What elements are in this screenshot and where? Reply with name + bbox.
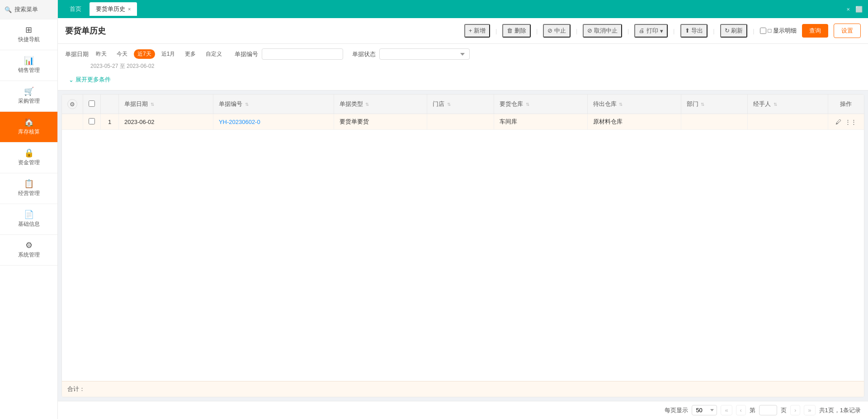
sidebar-item-finance[interactable]: 🔒 资金管理: [0, 143, 57, 173]
top-bar: 首页 要货单历史 × × ⬜: [58, 0, 868, 18]
tab-requisition-label: 要货单历史: [96, 5, 125, 13]
status-filter-item: 单据状态: [352, 48, 470, 60]
row-checkbox-cell: [83, 114, 101, 130]
dept-sort-icon[interactable]: ⇅: [701, 102, 704, 107]
table-scroll[interactable]: ⚙ 单据日期 ⇅: [62, 95, 864, 381]
expand-filter-btn[interactable]: ⌄ 展开更多条件: [65, 74, 861, 86]
table-footer: 合计：: [62, 381, 864, 397]
sidebar-item-purchase[interactable]: 🛒 采购管理: [0, 81, 57, 112]
date-btn-last7days[interactable]: 近7天: [134, 49, 155, 59]
stop-button[interactable]: ⊘ 中止: [543, 24, 571, 38]
main-content: 首页 要货单历史 × × ⬜ 要货单历史 + 新增 | 🗑 删除 |: [58, 0, 868, 419]
handler-sort-icon[interactable]: ⇅: [774, 102, 777, 107]
column-settings-button[interactable]: ⚙: [67, 99, 77, 109]
date-btn-last1month[interactable]: 近1月: [158, 49, 179, 59]
query-button[interactable]: 查询: [802, 24, 828, 38]
doc-no-label: 单据编号: [235, 50, 258, 58]
th-pending-warehouse-label: 待出仓库: [593, 100, 617, 107]
refresh-button[interactable]: ↻ 刷新: [720, 24, 748, 38]
store-sort-icon[interactable]: ⇅: [447, 102, 451, 107]
sidebar: 🔍 搜索菜单 ⊞ 快捷导航 📊 销售管理 🛒 采购管理 🏠 库存核算 🔒 资金管…: [0, 0, 58, 419]
inventory-icon: 🏠: [24, 118, 34, 126]
row-req-warehouse: 车间库: [494, 114, 587, 130]
tab-close-icon[interactable]: ×: [128, 6, 131, 12]
doc-no-sort-icon[interactable]: ⇅: [245, 102, 249, 107]
sidebar-item-label: 基础信息: [18, 220, 40, 228]
cancel-stop-button[interactable]: ⊘ 取消中止: [583, 24, 622, 38]
row-doc-type: 要货单要货: [334, 114, 427, 130]
page-content: 要货单历史 + 新增 | 🗑 删除 | ⊘ 中止 | ⊘ 取消中止 | 🖨 打印…: [58, 18, 868, 419]
th-action: 操作: [828, 95, 864, 114]
doc-type-sort-icon[interactable]: ⇅: [365, 102, 369, 107]
show-detail-toggle[interactable]: □ 显示明细: [760, 27, 797, 35]
export-button[interactable]: ⬆ 导出: [680, 24, 708, 38]
table-row: 1 2023-06-02 YH-20230602-0 要货单要货 车间库 原材料…: [62, 114, 864, 130]
sidebar-item-quick-nav[interactable]: ⊞ 快捷导航: [0, 19, 57, 50]
row-store: [427, 114, 494, 130]
filter-area: 单据日期 昨天 今天 近7天 近1月 更多 自定义 单据编号: [58, 44, 868, 90]
th-action-label: 操作: [840, 100, 852, 107]
sidebar-item-operation[interactable]: 📋 经营管理: [0, 173, 57, 204]
sidebar-item-label: 经营管理: [18, 190, 40, 197]
tab-home-label: 首页: [70, 5, 81, 13]
page-number-input[interactable]: 1: [759, 405, 777, 415]
th-pending-warehouse: 待出仓库 ⇅: [587, 95, 681, 114]
pending-warehouse-sort-icon[interactable]: ⇅: [619, 102, 623, 107]
page-size-select[interactable]: 20 50 100 200: [692, 405, 717, 415]
purchase-icon: 🛒: [24, 87, 34, 95]
row-num: 1: [101, 114, 119, 130]
tab-requisition-history[interactable]: 要货单历史 ×: [90, 2, 137, 16]
separator-4: |: [627, 28, 629, 34]
quick-nav-icon: ⊞: [25, 26, 32, 34]
th-doc-type-label: 单据类型: [340, 100, 363, 107]
toolbar: + 新增 | 🗑 删除 | ⊘ 中止 | ⊘ 取消中止 | 🖨 打印 ▾ | ⬆…: [464, 24, 861, 38]
sidebar-item-basic-info[interactable]: 📄 基础信息: [0, 204, 57, 235]
sidebar-item-inventory[interactable]: 🏠 库存核算: [0, 112, 57, 143]
row-checkbox[interactable]: [89, 118, 95, 124]
last-page-button[interactable]: »: [804, 405, 815, 415]
doc-no-link[interactable]: YH-20230602-0: [219, 119, 260, 125]
th-req-warehouse: 要货仓库 ⇅: [494, 95, 587, 114]
system-icon: ⚙: [25, 241, 33, 249]
sidebar-item-label: 系统管理: [18, 251, 40, 259]
sidebar-item-label: 资金管理: [18, 159, 40, 167]
print-dropdown-icon: ▾: [660, 28, 663, 34]
new-button[interactable]: + 新增: [464, 24, 490, 38]
date-btn-custom[interactable]: 自定义: [202, 49, 226, 59]
next-page-button[interactable]: ›: [790, 405, 800, 415]
th-doc-type: 单据类型 ⇅: [334, 95, 427, 114]
row-more-icon[interactable]: ⋮⋮: [844, 118, 858, 126]
doc-no-input[interactable]: [262, 48, 343, 60]
window-maximize-button[interactable]: ⬜: [855, 6, 863, 13]
date-btn-today[interactable]: 今天: [113, 49, 131, 59]
sidebar-search[interactable]: 🔍 搜索菜单: [0, 0, 57, 19]
req-warehouse-sort-icon[interactable]: ⇅: [526, 102, 529, 107]
date-sort-icon[interactable]: ⇅: [151, 102, 154, 107]
sidebar-item-sales[interactable]: 📊 销售管理: [0, 50, 57, 81]
sidebar-item-label: 快捷导航: [18, 36, 40, 43]
status-select[interactable]: [379, 48, 470, 60]
top-bar-actions: × ⬜: [846, 6, 863, 13]
total-info: 共1页，1条记录: [819, 406, 861, 414]
expand-filter-label: 展开更多条件: [75, 76, 111, 84]
footer-total-label: 合计：: [67, 385, 85, 393]
date-btn-more[interactable]: 更多: [181, 49, 199, 59]
th-checkbox: [83, 95, 101, 114]
select-all-checkbox[interactable]: [89, 100, 95, 107]
table-header-row: ⚙ 单据日期 ⇅: [62, 95, 864, 114]
row-edit-icon[interactable]: 🖊: [835, 118, 842, 126]
row-settings: [62, 114, 83, 130]
print-button[interactable]: 🖨 打印 ▾: [634, 24, 668, 38]
prev-page-button[interactable]: ‹: [736, 405, 746, 415]
settings-button[interactable]: 设置: [834, 24, 861, 38]
tab-home[interactable]: 首页: [63, 2, 88, 16]
date-btn-yesterday[interactable]: 昨天: [92, 49, 110, 59]
pagination-bar: 每页显示 20 50 100 200 « ‹ 第 1 页 › » 共1页，1条记…: [58, 401, 868, 419]
sidebar-search-label: 搜索菜单: [14, 5, 38, 14]
delete-button[interactable]: 🗑 删除: [502, 24, 531, 38]
separator-6: |: [713, 28, 714, 34]
show-detail-checkbox[interactable]: [760, 28, 766, 34]
window-close-button[interactable]: ×: [846, 6, 850, 13]
sidebar-item-system[interactable]: ⚙ 系统管理: [0, 235, 57, 266]
first-page-button[interactable]: «: [721, 405, 732, 415]
